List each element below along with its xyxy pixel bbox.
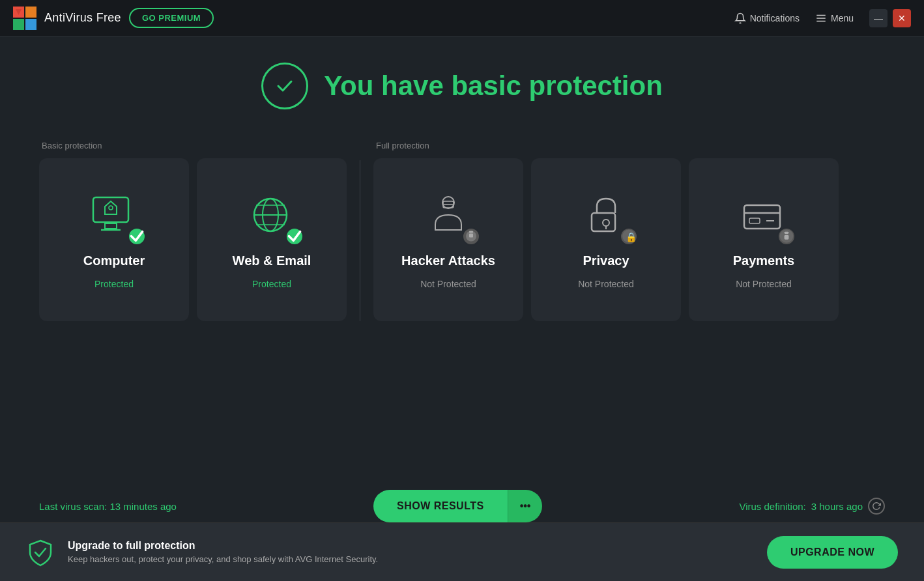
computer-card[interactable]: Computer Protected	[39, 158, 189, 321]
svg-rect-30	[749, 218, 760, 223]
bell-icon	[734, 12, 746, 24]
scan-buttons-group: SHOW RESULTS •••	[373, 490, 543, 522]
svg-point-11	[109, 206, 113, 210]
svg-point-17	[442, 197, 454, 208]
computer-icon-wrapper	[85, 191, 143, 243]
go-premium-button[interactable]: GO PREMIUM	[129, 8, 214, 28]
web-email-icon-wrapper	[242, 191, 301, 243]
computer-status-badge	[128, 227, 146, 246]
web-email-card-status: Protected	[252, 279, 291, 289]
upgrade-footer: Upgrade to full protection Keep hackers …	[0, 522, 924, 581]
menu-button[interactable]: Menu	[815, 12, 854, 24]
last-scan-info: Last virus scan: 13 minutes ago	[39, 501, 177, 512]
web-email-card[interactable]: Web & Email Protected	[197, 158, 347, 321]
basic-protection-group: Basic protection	[39, 141, 347, 321]
app-name: AntiVirus Free	[44, 11, 121, 25]
svg-rect-9	[105, 223, 117, 229]
close-button[interactable]: ✕	[893, 9, 911, 27]
svg-rect-34	[785, 235, 789, 240]
svg-rect-33	[785, 232, 789, 234]
show-results-button[interactable]: SHOW RESULTS	[373, 490, 508, 522]
scan-bar: Last virus scan: 13 minutes ago SHOW RES…	[0, 490, 924, 522]
upgrade-now-button[interactable]: UPGRADE NOW	[767, 536, 898, 569]
upgrade-title: Upgrade to full protection	[68, 540, 378, 552]
upgrade-left: Upgrade to full protection Keep hackers …	[26, 538, 378, 567]
hacker-card-status: Not Protected	[420, 279, 476, 289]
basic-protection-label: Basic protection	[39, 141, 347, 150]
minimize-button[interactable]: —	[869, 9, 888, 27]
payments-status-badge	[777, 227, 796, 246]
svg-point-24	[603, 220, 609, 226]
hacker-card-name: Hacker Attacks	[401, 253, 495, 268]
computer-card-status: Protected	[94, 279, 134, 289]
basic-cards-row: Computer Protected	[39, 158, 347, 321]
svg-rect-3	[25, 19, 36, 30]
upgrade-text: Upgrade to full protection Keep hackers …	[68, 540, 378, 564]
web-email-status-badge	[285, 227, 304, 246]
svg-text:🔒: 🔒	[626, 232, 637, 243]
virus-def-info: Virus definition: 3 hours ago	[739, 498, 885, 515]
hacker-icon-wrapper	[419, 191, 478, 243]
title-bar-left: AntiVirus Free GO PREMIUM	[13, 7, 214, 30]
upgrade-shield-icon	[26, 538, 55, 567]
avg-logo	[13, 7, 36, 30]
svg-rect-28	[744, 205, 780, 229]
full-protection-label: Full protection	[373, 141, 839, 150]
svg-rect-2	[13, 19, 24, 30]
payments-card-status: Not Protected	[736, 279, 792, 289]
upgrade-description: Keep hackers out, protect your privacy, …	[68, 554, 378, 564]
cards-section: Basic protection	[39, 141, 885, 321]
privacy-status-badge: 🔒	[620, 227, 638, 246]
title-bar: AntiVirus Free GO PREMIUM Notifications …	[0, 0, 924, 36]
full-cards-row: Hacker Attacks Not Protected	[373, 158, 839, 321]
payments-icon-wrapper	[734, 191, 793, 243]
svg-rect-21	[469, 231, 473, 233]
hacker-attacks-card[interactable]: Hacker Attacks Not Protected	[373, 158, 523, 321]
full-protection-group: Full protection	[373, 141, 839, 321]
payments-card[interactable]: Payments Not Protected	[689, 158, 839, 321]
svg-rect-1	[25, 7, 36, 18]
group-divider	[360, 160, 360, 321]
svg-rect-22	[469, 234, 473, 238]
refresh-icon	[872, 502, 881, 511]
menu-icon	[815, 12, 827, 24]
privacy-card[interactable]: 🔒 Privacy Not Protected	[531, 158, 681, 321]
hero-section: You have basic protection	[39, 63, 885, 109]
shield-check-icon	[261, 63, 308, 109]
notifications-button[interactable]: Notifications	[734, 12, 800, 24]
privacy-card-status: Not Protected	[578, 279, 634, 289]
refresh-virus-def-button[interactable]	[868, 498, 885, 515]
main-content: You have basic protection Basic protecti…	[0, 36, 924, 522]
more-options-button[interactable]: •••	[508, 490, 543, 522]
privacy-icon-wrapper: 🔒	[577, 191, 635, 243]
title-bar-right: Notifications Menu — ✕	[734, 9, 911, 27]
hero-title: You have basic protection	[324, 70, 663, 102]
window-controls: — ✕	[869, 9, 911, 27]
hacker-status-badge	[462, 227, 480, 246]
